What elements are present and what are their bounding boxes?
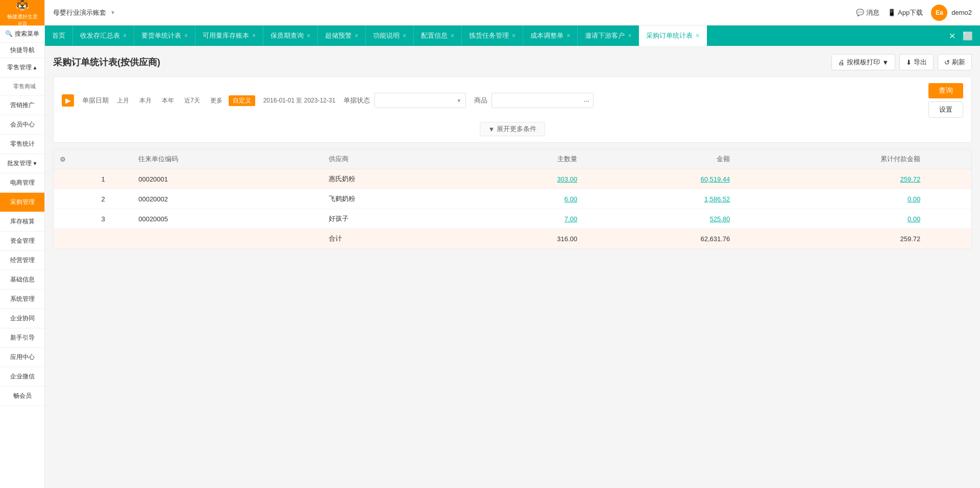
expand-more-row: ▼ 展开更多条件 [62,122,963,136]
tab-paihuoren[interactable]: 拣货任务管理 × [462,25,523,46]
tab-yaohuo[interactable]: 要货单统计表 × [134,25,195,46]
tab-shoufа[interactable]: 收发存汇总表 × [73,25,134,46]
query-button[interactable]: 查询 [928,83,963,98]
shortcut-7days[interactable]: 近7天 [180,95,204,106]
shortcut-more[interactable]: 更多 [206,95,227,106]
goods-select[interactable]: ··· [492,93,594,108]
tab-gongneng[interactable]: 功能说明 × [366,25,414,46]
row-paid[interactable]: 0.00 [736,189,926,209]
tab-yaoqing[interactable]: 邀请下游客户 × [578,25,639,46]
sidebar-item-inventory[interactable]: 库存核算 [0,212,44,232]
export-button[interactable]: ⬇ 导出 [899,54,934,70]
sidebar-item-finance[interactable]: 资金管理 [0,232,44,251]
sidebar-item-purchase[interactable]: 采购管理 [0,193,44,212]
row-supplier: 惠氏奶粉 [323,169,464,189]
row-paid[interactable]: 259.72 [736,169,926,189]
filter-date-label: 单据日期 [82,96,109,105]
shortcut-last-month[interactable]: 上月 [113,95,133,106]
tab-close-all-button[interactable]: ✕ [946,29,959,43]
sidebar-item-basic[interactable]: 基础信息 [0,270,44,290]
tab-close-icon-8[interactable]: × [512,32,516,39]
tab-close-icon-10[interactable]: × [628,32,631,39]
shortcut-this-month[interactable]: 本月 [135,95,156,106]
more-btn[interactable]: ··· [583,97,589,105]
refresh-icon: ↺ [944,59,950,66]
sidebar-item-appcenter[interactable]: 应用中心 [0,348,44,367]
sidebar-basic-label: 基础信息 [10,275,35,284]
tab-peizhi[interactable]: 配置信息 × [414,25,462,46]
row-paid[interactable]: 0.00 [736,209,926,229]
tab-paihuoren-label: 拣货任务管理 [469,31,509,40]
sidebar-item-ecommerce[interactable]: 电商管理 [0,173,44,193]
settings-button[interactable]: 设置 [928,101,963,118]
message-button[interactable]: 💬 消息 [856,8,879,17]
sidebar-item-corpwechat[interactable]: 企业微信 [0,367,44,387]
sidebar-item-system[interactable]: 系统管理 [0,290,44,309]
row-amount[interactable]: 525.80 [583,209,736,229]
tab-close-icon-9[interactable]: × [567,32,570,39]
tab-close-icon-2[interactable]: × [184,32,188,39]
tab-close-icon-5[interactable]: × [355,32,358,39]
sidebar-item-retail-stat[interactable]: 零售统计 [0,135,44,154]
sidebar-item-retail-shop[interactable]: 零售商城 [0,78,44,96]
row-settings [54,169,74,189]
filter-toggle-button[interactable]: ▶ [62,94,74,107]
tab-chengben-label: 成本调整单 [530,31,564,40]
tab-close-icon-3[interactable]: × [252,32,256,39]
tab-close-icon[interactable]: × [123,32,127,39]
sidebar-item-quicknav[interactable]: 快捷导航 [0,43,44,58]
workspace-name: 母婴行业演示账套 [53,8,106,17]
refresh-button[interactable]: ↺ 刷新 [938,54,972,70]
chevron-down-icon: ▲ [33,65,38,70]
table-row[interactable]: 2 00020002 飞鹤奶粉 6.00 1,586.52 0.00 [54,189,971,209]
sidebar-item-search[interactable]: 🔍 搜索菜单 [0,25,44,43]
status-select[interactable]: ▼ [374,93,466,108]
print-button[interactable]: 🖨 按模板打印 ▼ [831,54,895,70]
sidebar-item-newguide[interactable]: 新手引导 [0,328,44,348]
sidebar-item-wholesale[interactable]: 批发管理 ▼ [0,154,44,173]
workspace-selector[interactable]: 母婴行业演示账套 ▼ [53,8,115,17]
sidebar-item-operations[interactable]: 经营管理 [0,251,44,270]
sidebar-wholesale-label: 批发管理 [7,159,32,168]
row-qty[interactable]: 6.00 [464,189,583,209]
sidebar-corpwechat-label: 企业微信 [10,372,35,381]
tab-close-icon-11[interactable]: × [696,32,699,39]
table-row[interactable]: 3 00020005 好孩子 7.00 525.80 0.00 [54,209,971,229]
table-col-supplier: 供应商 [323,149,464,169]
tab-caigou[interactable]: 采购订单统计表 × [639,25,707,46]
row-qty[interactable]: 303.00 [464,169,583,189]
tab-home-label: 首页 [52,31,65,40]
tab-caigou-label: 采购订单统计表 [646,31,693,40]
status-select-arrow: ▼ [456,98,461,104]
row-supplier: 好孩子 [323,209,464,229]
tab-keyong[interactable]: 可用量库存账本 × [195,25,263,46]
tab-close-icon-6[interactable]: × [403,32,406,39]
tab-close-icon-7[interactable]: × [451,32,454,39]
tab-restore-button[interactable]: ⬜ [960,29,976,43]
row-qty[interactable]: 7.00 [464,209,583,229]
expand-more-button[interactable]: ▼ 展开更多条件 [480,122,546,136]
shortcut-this-year[interactable]: 本年 [158,95,178,106]
user-profile[interactable]: Ea demo2 [931,5,972,21]
tab-chaochuyujing[interactable]: 超储预警 × [318,25,366,46]
app-download-button[interactable]: 📱 App下载 [888,8,923,17]
table-col-paid: 累计付款金额 [736,149,926,169]
tab-close-icon-4[interactable]: × [307,32,310,39]
sidebar-member2-label: 畅会员 [13,392,32,400]
sidebar-item-retail[interactable]: 零售管理 ▲ [0,58,44,78]
row-amount[interactable]: 60,519.44 [583,169,736,189]
sidebar-item-member2[interactable]: 畅会员 [0,387,44,406]
row-amount[interactable]: 1,586.52 [583,189,736,209]
table-row[interactable]: 1 00020001 惠氏奶粉 303.00 60,519.44 259.72 [54,169,971,189]
sidebar-item-marketing[interactable]: 营销推广 [0,96,44,115]
sidebar-item-enterprise[interactable]: 企业协同 [0,309,44,328]
tab-baozhiqi[interactable]: 保质期查询 × [263,25,318,46]
custom-date-button[interactable]: 自定义 [229,95,255,106]
filter-goods-group: 商品 ··· [474,93,594,108]
row-extra [926,169,971,189]
print-dropdown-icon: ▼ [882,59,889,66]
sidebar-item-member[interactable]: 会员中心 [0,115,44,135]
filter-status-label: 单据状态 [344,96,370,105]
tab-chengben[interactable]: 成本调整单 × [523,25,578,46]
tab-home[interactable]: 首页 [45,25,73,46]
